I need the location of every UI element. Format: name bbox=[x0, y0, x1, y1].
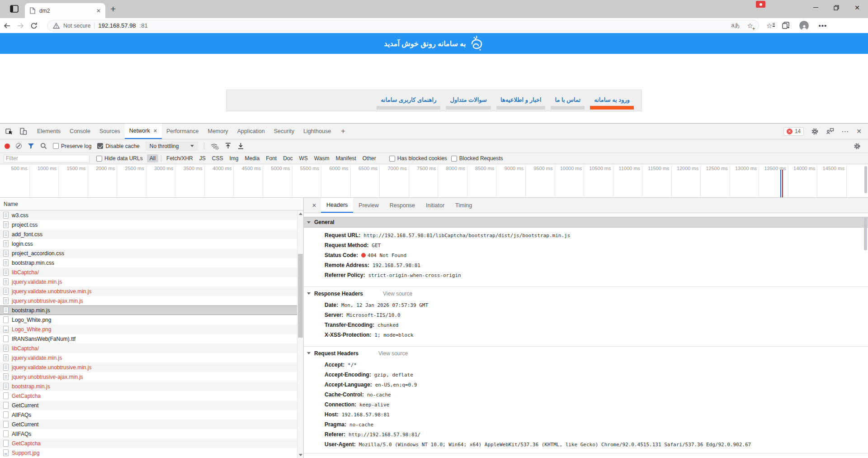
favorites-hub-icon[interactable]: ☆ bbox=[766, 22, 772, 30]
network-settings-gear-icon[interactable] bbox=[854, 143, 863, 150]
devtools-tab[interactable]: Security ✕ bbox=[269, 124, 299, 139]
collections-icon[interactable] bbox=[782, 22, 790, 29]
new-tab-button[interactable]: + bbox=[110, 5, 116, 14]
scrollbar-thumb[interactable] bbox=[298, 254, 303, 338]
request-type-filter[interactable]: Doc bbox=[280, 154, 295, 162]
security-label[interactable]: Not secure bbox=[63, 23, 90, 29]
devtools-tab[interactable]: Memory ✕ bbox=[203, 124, 232, 139]
devtools-settings-gear-icon[interactable] bbox=[811, 128, 819, 135]
request-type-filter[interactable]: Font bbox=[263, 154, 279, 162]
request-type-filter[interactable]: Fetch/XHR bbox=[164, 154, 196, 162]
site-nav-tab[interactable]: اخبار و اطلاعیه‌ها bbox=[496, 90, 546, 111]
request-row[interactable]: add_font.css bbox=[0, 229, 297, 239]
request-row[interactable]: project_accordion.css bbox=[0, 248, 297, 258]
disable-cache-checkbox[interactable]: Disable cache bbox=[97, 143, 139, 149]
devtools-more-menu-icon[interactable]: ⋯ bbox=[841, 127, 849, 136]
request-row[interactable]: jquery.validate.min.js bbox=[0, 277, 297, 286]
request-type-filter[interactable]: Other bbox=[360, 154, 379, 162]
site-nav-tab[interactable]: سوالات متداول bbox=[445, 90, 491, 111]
request-row[interactable]: GetCaptcha bbox=[0, 391, 297, 401]
request-headers-section-header[interactable]: Request Headers View source bbox=[304, 346, 868, 357]
general-section-header[interactable]: General bbox=[304, 217, 868, 228]
request-row[interactable]: jquery.unobtrusive-ajax.min.js bbox=[0, 372, 297, 382]
devtools-tab[interactable]: Performance ✕ bbox=[162, 124, 203, 139]
devtools-tab[interactable]: Sources ✕ bbox=[95, 124, 125, 139]
devtools-close-icon[interactable]: ✕ bbox=[856, 128, 862, 135]
devtools-add-tab-button[interactable]: + bbox=[335, 124, 351, 139]
scroll-down-icon[interactable] bbox=[299, 454, 302, 456]
request-type-filter[interactable]: CSS bbox=[209, 154, 226, 162]
import-har-icon[interactable] bbox=[225, 143, 231, 149]
request-type-filter[interactable]: JS bbox=[197, 154, 208, 162]
url-host[interactable]: 192.168.57.98 bbox=[98, 22, 136, 29]
refresh-button[interactable] bbox=[27, 22, 41, 29]
request-row[interactable]: login.css bbox=[0, 239, 297, 248]
details-tab[interactable]: Response bbox=[384, 198, 420, 213]
request-row[interactable]: libCaptcha/ bbox=[0, 267, 297, 277]
details-tab[interactable]: Timing bbox=[450, 198, 477, 213]
devtools-tab[interactable]: Application ✕ bbox=[233, 124, 269, 139]
request-row[interactable]: bootstrap.min.js bbox=[0, 382, 297, 391]
network-conditions-icon[interactable] bbox=[210, 143, 219, 150]
tab-actions-menu-icon[interactable] bbox=[10, 5, 19, 13]
request-row[interactable]: libCaptcha/ bbox=[0, 344, 297, 353]
request-type-filter[interactable]: Media bbox=[242, 154, 262, 162]
add-favorite-icon[interactable]: ☆ bbox=[747, 22, 753, 30]
request-row[interactable]: GetCurrent bbox=[0, 420, 297, 429]
window-close-button[interactable]: ✕ bbox=[847, 0, 868, 15]
tab-close-icon[interactable]: ✕ bbox=[153, 128, 157, 134]
clear-icon[interactable] bbox=[16, 143, 22, 149]
devtools-tab[interactable]: Lighthouse ✕ bbox=[299, 124, 335, 139]
not-secure-warning-icon[interactable] bbox=[53, 23, 60, 29]
request-type-filter[interactable]: Img bbox=[226, 154, 241, 162]
translate-icon[interactable]: aあ bbox=[731, 22, 740, 29]
has-blocked-cookies-checkbox[interactable]: Has blocked cookies bbox=[389, 155, 447, 162]
export-har-icon[interactable] bbox=[237, 143, 244, 149]
request-row[interactable]: project.css bbox=[0, 220, 297, 229]
view-source-link[interactable]: View source bbox=[378, 350, 408, 357]
site-nav-tab[interactable]: راهنمای کاربری سامانه bbox=[376, 90, 441, 111]
request-row[interactable]: Support.jpg bbox=[0, 448, 297, 458]
request-row[interactable]: AllFAQs bbox=[0, 429, 297, 439]
hide-data-urls-checkbox[interactable]: Hide data URLs bbox=[96, 155, 143, 162]
devtools-tab[interactable]: Elements ✕ bbox=[33, 124, 65, 139]
back-button[interactable] bbox=[0, 22, 14, 29]
error-badge[interactable]: ✕ 14 bbox=[783, 127, 804, 136]
scroll-up-icon[interactable] bbox=[299, 213, 302, 215]
url-omnibox[interactable]: Not secure 192.168.57.98 :81 aあ ☆ bbox=[47, 20, 759, 31]
request-row[interactable]: jquery.validate.unobtrusive.min.js bbox=[0, 363, 297, 372]
inspect-element-icon[interactable] bbox=[5, 128, 13, 135]
request-type-filter[interactable]: WS bbox=[297, 154, 311, 162]
response-headers-section-header[interactable]: Response Headers View source bbox=[304, 286, 868, 297]
request-row[interactable]: GetCaptcha bbox=[0, 439, 297, 448]
request-row[interactable]: bootstrap.min.css bbox=[0, 258, 297, 267]
blocked-requests-checkbox[interactable]: Blocked Requests bbox=[451, 155, 503, 162]
url-port[interactable]: :81 bbox=[140, 22, 148, 29]
request-row[interactable]: jquery.validate.unobtrusive.min.js bbox=[0, 286, 297, 296]
request-type-filter[interactable]: Manifest bbox=[333, 154, 359, 162]
site-nav-tab[interactable]: تماس با ما bbox=[550, 90, 585, 111]
window-restore-button[interactable] bbox=[826, 0, 847, 15]
devtools-tab[interactable]: Network ✕ bbox=[125, 124, 162, 139]
request-row[interactable]: bootstrap.min.js bbox=[0, 305, 297, 315]
site-nav-tab[interactable]: ورود به سامانه bbox=[590, 90, 634, 111]
request-type-filter[interactable]: All bbox=[147, 154, 158, 162]
request-row[interactable]: AllFAQs bbox=[0, 410, 297, 420]
feedback-icon[interactable] bbox=[826, 128, 834, 135]
request-row[interactable]: jquery.validate.min.js bbox=[0, 353, 297, 363]
request-row[interactable]: jquery.unobtrusive-ajax.min.js bbox=[0, 296, 297, 305]
browser-settings-menu-icon[interactable]: ••• bbox=[818, 22, 827, 29]
preserve-log-checkbox[interactable]: Preserve log bbox=[53, 143, 91, 149]
request-row[interactable]: IRANSansWeb(FaNum).ttf bbox=[0, 334, 297, 344]
request-row[interactable]: w3.css bbox=[0, 210, 297, 220]
request-row[interactable]: Logo_White.png bbox=[0, 315, 297, 324]
request-type-filter[interactable]: Wasm bbox=[311, 154, 332, 162]
details-tab[interactable]: Preview bbox=[353, 198, 384, 213]
details-tab[interactable]: Initiator bbox=[420, 198, 450, 213]
profile-avatar[interactable] bbox=[799, 21, 809, 30]
tab-close-icon[interactable]: ✕ bbox=[96, 8, 101, 14]
checkbox-checked[interactable] bbox=[97, 143, 103, 149]
devtools-tab[interactable]: Console ✕ bbox=[65, 124, 95, 139]
network-overview-waterfall[interactable]: 500 ms 1000 ms 1500 ms 2000 ms bbox=[0, 164, 868, 198]
details-close-icon[interactable]: ✕ bbox=[307, 198, 321, 213]
